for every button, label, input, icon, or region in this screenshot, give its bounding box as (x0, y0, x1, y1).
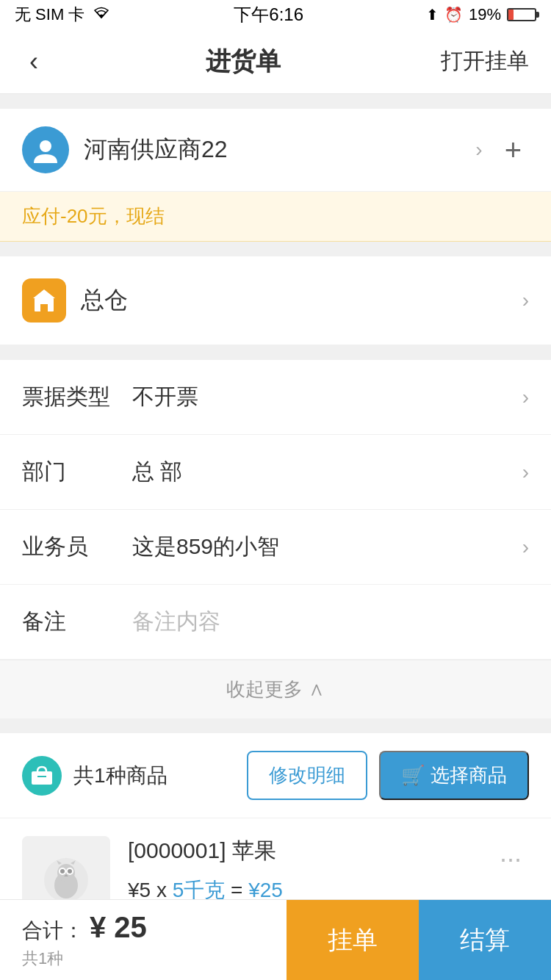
warehouse-icon (22, 278, 66, 323)
section-divider-4 (0, 718, 551, 733)
products-icon (22, 756, 62, 796)
warehouse-name: 总仓 (81, 284, 522, 317)
warning-bar: 应付-20元，现结 (0, 192, 551, 242)
warehouse-card: 总仓 › (0, 256, 551, 345)
remark-row[interactable]: 备注 备注内容 (0, 585, 551, 660)
product-details: [0000001] 苹果 ¥5 x 5千克 = ¥25 (128, 836, 492, 904)
carrier-text: 无 SIM 卡 (15, 4, 84, 26)
status-bar-time: 下午6:16 (234, 3, 303, 26)
supplier-card: 河南供应商22 › + 应付-20元，现结 (0, 109, 551, 242)
section-divider-1 (0, 94, 551, 109)
select-product-button[interactable]: 🛒 选择商品 (379, 751, 529, 800)
warehouse-chevron-icon: › (522, 289, 529, 312)
bottom-bar: 合计： ¥ 25 共1种 挂单 结算 (0, 899, 551, 980)
status-bar-left: 无 SIM 卡 (15, 4, 111, 26)
warehouse-row[interactable]: 总仓 › (0, 256, 551, 345)
total-label: 合计： (22, 917, 84, 945)
svg-point-11 (60, 869, 65, 873)
dept-value: 总 部 (132, 457, 522, 487)
bottom-total: 合计： ¥ 25 共1种 (0, 900, 287, 980)
section-divider-2 (0, 242, 551, 256)
edit-detail-button[interactable]: 修改明细 (247, 751, 367, 800)
section-divider-3 (0, 345, 551, 360)
status-bar-right: ⬆ ⏰ 19% (426, 5, 536, 24)
svg-rect-5 (37, 776, 46, 777)
invoice-type-row[interactable]: 票据类型 不开票 › (0, 360, 551, 435)
sales-chevron-icon: › (522, 536, 529, 559)
select-product-icon: 🛒 (401, 764, 425, 787)
wifi-icon (92, 4, 111, 25)
total-amount-row: 合计： ¥ 25 (22, 911, 264, 945)
supplier-row[interactable]: 河南供应商22 › + (0, 109, 551, 192)
product-name: [0000001] 苹果 (128, 836, 492, 866)
form-card: 票据类型 不开票 › 部门 总 部 › 业务员 这是859的小智 › 备注 备注… (0, 360, 551, 718)
product-more-button[interactable]: ··· (492, 836, 529, 882)
invoice-label: 票据类型 (22, 382, 125, 412)
sales-label: 业务员 (22, 532, 125, 562)
checkout-button[interactable]: 结算 (419, 900, 551, 980)
nav-bar: ‹ 进货单 打开挂单 (0, 29, 551, 94)
location-icon: ⬆ (426, 6, 439, 24)
supplier-chevron-icon: › (475, 138, 482, 162)
back-button[interactable]: ‹ (22, 39, 46, 84)
remark-placeholder: 备注内容 (132, 607, 529, 637)
svg-point-0 (40, 140, 51, 152)
status-bar: 无 SIM 卡 下午6:16 ⬆ ⏰ 19% (0, 0, 551, 29)
add-icon[interactable]: + (497, 134, 529, 167)
dept-label: 部门 (22, 457, 125, 487)
department-row[interactable]: 部门 总 部 › (0, 435, 551, 510)
supplier-name: 河南供应商22 (84, 134, 475, 166)
remark-label: 备注 (22, 607, 125, 637)
invoice-chevron-icon: › (522, 386, 529, 409)
svg-point-12 (68, 869, 72, 873)
alarm-icon: ⏰ (444, 6, 463, 24)
collapse-bar[interactable]: 收起更多 ∧ (0, 660, 551, 718)
open-hang-button[interactable]: 打开挂单 (441, 46, 529, 76)
sales-row[interactable]: 业务员 这是859的小智 › (0, 510, 551, 585)
total-amount: ¥ 25 (90, 911, 147, 944)
supplier-avatar (22, 126, 69, 173)
svg-marker-2 (33, 289, 55, 298)
total-sub: 共1种 (22, 948, 264, 970)
sales-value: 这是859的小智 (132, 532, 522, 562)
svg-rect-4 (32, 771, 52, 785)
svg-rect-3 (40, 304, 48, 311)
invoice-value: 不开票 (132, 382, 522, 412)
battery-percent: 19% (469, 5, 501, 24)
battery-icon (507, 8, 536, 21)
dept-chevron-icon: › (522, 461, 529, 484)
products-header: 共1种商品 修改明细 🛒 选择商品 (0, 733, 551, 818)
page-title: 进货单 (206, 45, 281, 79)
products-count: 共1种商品 (73, 762, 247, 790)
hang-button[interactable]: 挂单 (287, 900, 419, 980)
